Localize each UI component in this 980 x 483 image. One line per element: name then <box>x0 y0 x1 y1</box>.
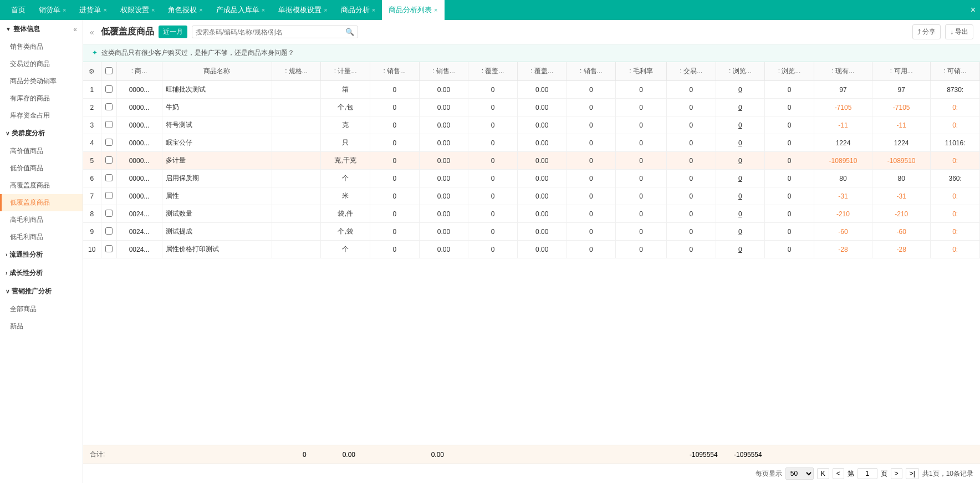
row-no: 7 <box>83 187 101 205</box>
row-checkbox[interactable] <box>101 223 116 241</box>
row-checkbox[interactable] <box>101 81 116 99</box>
row-browse1[interactable]: 0 <box>716 223 765 241</box>
sidebar-item-all-goods[interactable]: 全部商品 <box>0 301 83 318</box>
row-browse2: 0 <box>765 81 814 99</box>
last-page-btn[interactable]: >| <box>906 468 919 479</box>
sidebar-section-liquidity[interactable]: › 流通性分析 <box>0 246 83 264</box>
sidebar-collapse-btn[interactable]: « <box>73 26 77 33</box>
share-button[interactable]: ⤴ 分享 <box>912 24 941 39</box>
sidebar-item-high-margin[interactable]: 高毛利商品 <box>0 211 83 228</box>
row-checkbox[interactable] <box>101 99 116 116</box>
row-browse1[interactable]: 0 <box>716 116 765 134</box>
row-sellable: 0: <box>931 116 980 134</box>
row-select-checkbox[interactable] <box>105 85 113 93</box>
sidebar-item-sales-goods[interactable]: 销售类商品 <box>0 38 83 55</box>
row-browse1[interactable]: 0 <box>716 152 765 170</box>
row-browse1[interactable]: 0 <box>716 99 765 116</box>
search-input[interactable] <box>196 28 345 36</box>
sidebar-item-new-goods[interactable]: 新品 <box>0 318 83 335</box>
nav-roles[interactable]: 角色授权 × <box>161 0 209 20</box>
row-cover2: 0.00 <box>517 205 566 223</box>
row-select-checkbox[interactable] <box>105 121 113 128</box>
row-cover1: 0 <box>468 99 518 116</box>
row-trade: 0 <box>667 134 716 152</box>
sidebar-section-growth[interactable]: › 成长性分析 <box>0 264 83 282</box>
nav-analysis[interactable]: 商品分析 × <box>334 0 382 20</box>
row-browse1[interactable]: 0 <box>716 205 765 223</box>
sidebar-item-traded-goods[interactable]: 交易过的商品 <box>0 55 83 73</box>
row-select-checkbox[interactable] <box>105 103 113 110</box>
prev-page-btn[interactable]: < <box>833 468 844 479</box>
filter-recent-month-btn[interactable]: 近一月 <box>159 26 187 38</box>
row-select-checkbox[interactable] <box>105 227 113 235</box>
page-input[interactable] <box>858 468 877 479</box>
nav-sales-close[interactable]: × <box>63 7 66 13</box>
sidebar-item-stocked-goods[interactable]: 有库存的商品 <box>0 90 83 107</box>
page-suffix: 页 <box>881 469 887 479</box>
row-checkbox[interactable] <box>101 152 116 170</box>
row-unit: 个 <box>321 241 370 258</box>
sidebar-item-high-value[interactable]: 高价值商品 <box>0 143 83 160</box>
row-select-checkbox[interactable] <box>105 192 113 199</box>
row-checkbox[interactable] <box>101 241 116 258</box>
sidebar-item-stock-capital[interactable]: 库存资金占用 <box>0 107 83 124</box>
row-checkbox[interactable] <box>101 205 116 223</box>
footer-values: 0 0.00 0.00 -1095554 -1095554 <box>116 451 973 459</box>
nav-template[interactable]: 单据模板设置 × <box>272 0 334 20</box>
nav-analysis-list[interactable]: 商品分析列表 × <box>382 0 444 20</box>
nav-home[interactable]: 首页 <box>4 0 32 20</box>
sidebar-section-overall[interactable]: ▼ 整体信息 « <box>0 20 83 38</box>
row-browse1[interactable]: 0 <box>716 241 765 258</box>
select-all-checkbox[interactable] <box>105 67 113 74</box>
nav-permissions[interactable]: 权限设置 × <box>114 0 161 20</box>
nav-template-close[interactable]: × <box>324 7 327 13</box>
nav-product-inbound[interactable]: 产成品入库单 × <box>210 0 272 20</box>
table-row: 6 0000... 启用保质期 个 0 0.00 0 0.00 0 0 0 0 … <box>83 170 980 187</box>
next-page-btn[interactable]: > <box>891 468 902 479</box>
nav-roles-close[interactable]: × <box>199 7 202 13</box>
window-close-button[interactable]: × <box>971 5 976 15</box>
row-checkbox[interactable] <box>101 116 116 134</box>
row-spec <box>272 99 321 116</box>
section-arrow-marketing: ∨ <box>6 288 9 294</box>
sidebar-item-high-coverage[interactable]: 高覆盖度商品 <box>0 177 83 194</box>
nav-analysis-close[interactable]: × <box>372 7 375 13</box>
row-sale-qty: 0 <box>370 241 419 258</box>
row-avail: -31 <box>872 187 931 205</box>
row-browse1[interactable]: 0 <box>716 81 765 99</box>
nav-purchase[interactable]: 进货单 × <box>73 0 113 20</box>
row-select-checkbox[interactable] <box>105 210 113 217</box>
row-select-checkbox[interactable] <box>105 174 113 181</box>
nav-sales[interactable]: 销货单 × <box>32 0 73 20</box>
row-checkbox[interactable] <box>101 170 116 187</box>
sidebar-collapse-icon[interactable]: « <box>90 28 94 37</box>
row-select-checkbox[interactable] <box>105 139 113 146</box>
nav-purchase-close[interactable]: × <box>103 7 106 13</box>
data-table: ⚙ : 商... 商品名称 : 规格... : 计量... : 销售... : … <box>83 62 980 258</box>
row-browse1[interactable]: 0 <box>716 187 765 205</box>
row-unit: 克 <box>321 116 370 134</box>
row-gross: 0 <box>616 170 667 187</box>
sidebar-item-category-rate[interactable]: 商品分类动销率 <box>0 73 83 90</box>
row-checkbox[interactable] <box>101 187 116 205</box>
per-page-select[interactable]: 50 100 200 <box>785 467 814 480</box>
row-browse1[interactable]: 0 <box>716 134 765 152</box>
sidebar-item-low-coverage[interactable]: 低覆盖度商品 <box>0 194 83 211</box>
sidebar-section-marketing[interactable]: ∨ 营销推广分析 <box>0 282 83 301</box>
sidebar-section-cluster[interactable]: ∨ 类群度分析 <box>0 124 83 143</box>
row-checkbox[interactable] <box>101 134 116 152</box>
sidebar-item-low-value[interactable]: 低价值商品 <box>0 160 83 177</box>
row-name: 属性价格打印测试 <box>162 241 272 258</box>
nav-product-inbound-close[interactable]: × <box>262 7 265 13</box>
row-browse1[interactable]: 0 <box>716 170 765 187</box>
row-sale-ratio: 0 <box>566 116 616 134</box>
col-settings[interactable]: ⚙ <box>83 62 101 81</box>
export-button[interactable]: ↓ 导出 <box>945 24 973 39</box>
sidebar-item-low-margin[interactable]: 低毛利商品 <box>0 228 83 246</box>
row-select-checkbox[interactable] <box>105 156 113 164</box>
row-browse2: 0 <box>765 99 814 116</box>
nav-analysis-list-close[interactable]: × <box>434 7 437 13</box>
first-page-btn[interactable]: K <box>817 468 829 479</box>
row-select-checkbox[interactable] <box>105 245 113 252</box>
nav-permissions-close[interactable]: × <box>151 7 155 13</box>
